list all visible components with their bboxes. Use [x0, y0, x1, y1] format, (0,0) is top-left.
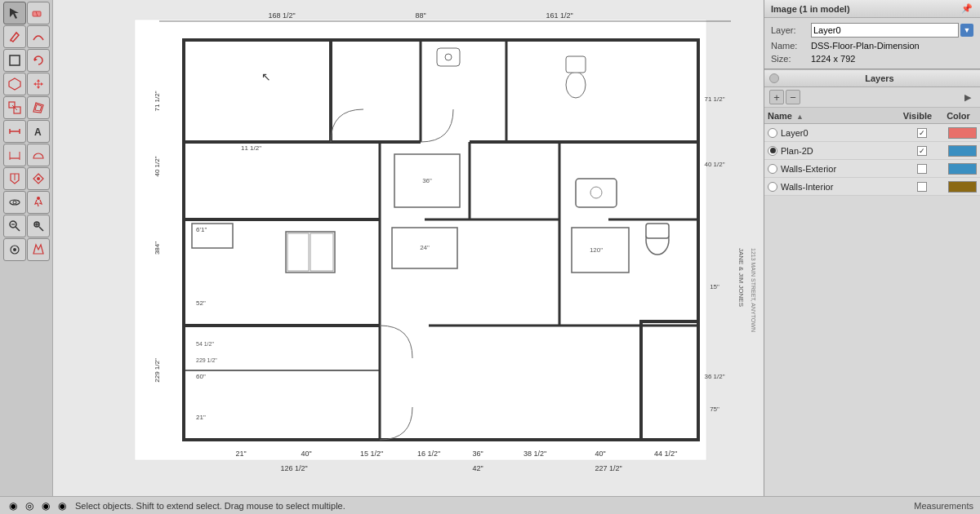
svg-text:21": 21": [196, 414, 206, 421]
svg-text:71 1/2": 71 1/2": [154, 91, 161, 111]
layer-color-swatch-0[interactable]: [948, 127, 977, 139]
entity-info-body: Layer: ▼ Name: DSS-Floor-Plan-Dimension …: [764, 18, 980, 69]
left-toolbar: A: [0, 0, 53, 496]
text-tool-button[interactable]: A: [27, 120, 50, 143]
layers-close-button[interactable]: [769, 73, 779, 83]
layers-column-headers: Name ▲ Visible Color: [764, 108, 980, 124]
tape-tool-button[interactable]: [3, 120, 26, 143]
svg-text:JANE & JIM JONES: JANE & JIM JONES: [737, 248, 745, 307]
svg-text:168 1/2": 168 1/2": [268, 11, 295, 20]
size-value: 1224 x 792: [811, 54, 973, 64]
paint-tool-button[interactable]: [3, 167, 26, 190]
svg-point-46: [566, 72, 586, 98]
layer-color-swatch-1[interactable]: [948, 145, 977, 157]
entity-info-header: Image (1 in model) 📌: [764, 0, 980, 18]
layer-name-0: Layer0: [781, 128, 899, 138]
layer-visible-3: [899, 182, 944, 192]
layer-dropdown-input[interactable]: [811, 23, 959, 38]
right-panel: Image (1 in model) 📌 Layer: ▼ Name: DSS-…: [764, 0, 980, 496]
layer-row-plan-2d[interactable]: Plan-2D: [764, 142, 980, 160]
walk-tool-button[interactable]: [27, 191, 50, 214]
status-icon-4[interactable]: ◉: [56, 499, 69, 512]
section-tool-button[interactable]: [27, 167, 50, 190]
svg-text:71 1/2": 71 1/2": [704, 95, 724, 103]
name-sort-arrow[interactable]: ▲: [796, 113, 804, 121]
layer-name-3: Walls-Interior: [781, 182, 899, 192]
tool-row-10: [3, 215, 50, 237]
orbit-tool-button[interactable]: [3, 191, 26, 214]
zoom-extents-tool-button[interactable]: [27, 215, 50, 237]
layer-checkbox-2[interactable]: [917, 164, 927, 174]
svg-text:88": 88": [415, 11, 425, 20]
tool-row-2: [3, 25, 50, 48]
layers-title: Layers: [784, 73, 975, 83]
svg-text:15 1/2": 15 1/2": [360, 450, 383, 458]
pushpull-tool-button[interactable]: [3, 73, 26, 95]
look-around-tool-button[interactable]: [3, 238, 26, 261]
layer-radio-1[interactable]: [768, 146, 777, 156]
svg-text:40 1/2": 40 1/2": [704, 161, 724, 168]
eraser-tool-button[interactable]: [27, 2, 50, 24]
entity-info-title: Image (1 in model): [771, 4, 850, 14]
pin-button[interactable]: 📌: [960, 2, 973, 16]
layer-row-walls-interior[interactable]: Walls-Interior: [764, 178, 980, 196]
main-layout: A: [0, 0, 980, 496]
rotate-tool-button[interactable]: [27, 49, 50, 72]
name-column-header: Name ▲: [768, 111, 895, 121]
layer-color-swatch-2[interactable]: [948, 163, 977, 175]
layer-color-swatch-3[interactable]: [948, 181, 977, 193]
layer-checkbox-0[interactable]: [917, 128, 927, 138]
svg-text:36": 36": [472, 450, 483, 458]
svg-point-19: [13, 201, 16, 204]
status-bar: ◉ ◎ ◉ ◉ Select objects. Shift to extend …: [0, 496, 980, 514]
svg-text:40 1/2": 40 1/2": [154, 156, 161, 176]
position-camera-tool-button[interactable]: [27, 238, 50, 261]
svg-line-25: [39, 227, 43, 231]
svg-text:229 1/2": 229 1/2": [154, 358, 161, 383]
scale-tool-button[interactable]: [3, 96, 26, 119]
layer-checkbox-1[interactable]: [917, 146, 927, 156]
layer-radio-2[interactable]: [768, 164, 777, 174]
svg-rect-48: [437, 48, 460, 66]
svg-text:75": 75": [710, 405, 719, 413]
svg-marker-4: [9, 78, 20, 90]
svg-text:6'1": 6'1": [196, 226, 207, 233]
layer-checkbox-3[interactable]: [917, 182, 927, 192]
svg-text:A: A: [34, 126, 42, 138]
pencil-tool-button[interactable]: [3, 25, 26, 48]
svg-text:↖: ↖: [261, 70, 271, 83]
move-tool-button[interactable]: [27, 73, 50, 95]
layer-row-layer0[interactable]: Layer0: [764, 124, 980, 142]
canvas-area[interactable]: 168 1/2" 88" 161 1/2" 71 1/2" 40 1/2" 38…: [53, 0, 764, 496]
shapes-tool-button[interactable]: [3, 49, 26, 72]
status-icon-2[interactable]: ◎: [23, 499, 36, 512]
color-column-header: Color: [940, 111, 977, 121]
zoom-tool-button[interactable]: [3, 215, 26, 237]
protractor-tool-button[interactable]: [27, 144, 50, 166]
svg-text:16 1/2": 16 1/2": [417, 450, 440, 458]
svg-rect-71: [576, 179, 617, 207]
remove-layer-button[interactable]: −: [786, 90, 800, 104]
dimension-tool-button[interactable]: [3, 144, 26, 166]
layer-row-walls-exterior[interactable]: Walls-Exterior: [764, 160, 980, 178]
tool-row-1: [3, 2, 50, 24]
layers-details-button[interactable]: ▶: [960, 90, 975, 104]
offset-tool-button[interactable]: [27, 96, 50, 119]
layer-radio-0[interactable]: [768, 128, 777, 138]
add-layer-button[interactable]: +: [769, 90, 784, 104]
tool-row-4: [3, 73, 50, 95]
svg-text:42": 42": [472, 464, 483, 472]
arc-tool-button[interactable]: [27, 25, 50, 48]
size-label: Size:: [771, 54, 808, 64]
svg-text:126 1/2": 126 1/2": [280, 464, 307, 472]
layers-toolbar: + − ▶: [764, 87, 980, 108]
name-value: DSS-Floor-Plan-Dimension: [811, 41, 973, 51]
status-icon-3[interactable]: ◉: [39, 499, 52, 512]
tool-row-6: A: [3, 120, 50, 143]
layer-dropdown-arrow[interactable]: ▼: [960, 24, 973, 37]
select-tool-button[interactable]: [3, 2, 26, 24]
status-icon-1[interactable]: ◉: [7, 499, 20, 512]
svg-text:11 1/2": 11 1/2": [241, 144, 261, 152]
layer-radio-3[interactable]: [768, 182, 777, 192]
layers-list: Layer0Plan-2DWalls-ExteriorWalls-Interio…: [764, 124, 980, 196]
